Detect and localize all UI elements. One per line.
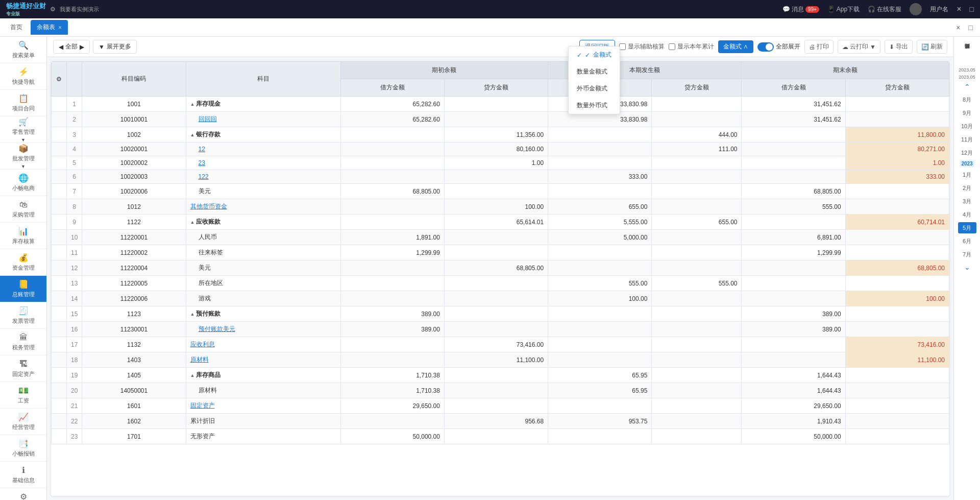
table-row[interactable]: 151123▲ 预付账款389.00389.00	[52, 306, 949, 322]
online-service-btn[interactable]: 🎧 在线客服	[868, 5, 901, 14]
period-month-5[interactable]: 5月	[958, 222, 976, 233]
notification-btn[interactable]: 💬 消息 99+	[782, 5, 819, 14]
export-btn[interactable]: ⬇ 导出	[885, 40, 913, 54]
sidebar-item-retail[interactable]: 🛒 零售管理 ▼	[0, 116, 46, 143]
period-month-3[interactable]: 3月	[958, 196, 976, 207]
period-month-1[interactable]: 1月	[958, 169, 976, 180]
table-row[interactable]: 221602累计折旧956.68953.751,910.43	[52, 414, 949, 429]
table-row[interactable]: 231701无形资产50,000.0050,000.00	[52, 429, 949, 444]
dropdown-item-foreign-amount[interactable]: 外币金额式	[569, 80, 620, 97]
table-row[interactable]: 171132应收利息73,416.0073,416.00	[52, 337, 949, 352]
sidebar-item-ecommerce[interactable]: 🌐 小畅电商	[0, 170, 46, 196]
period-month-4[interactable]: 4月	[958, 209, 976, 220]
period-month-2[interactable]: 2月	[958, 182, 976, 194]
row-name-link[interactable]: 回回回	[199, 115, 217, 123]
table-row[interactable]: 610020003122333.00333.00	[52, 170, 949, 184]
row-name[interactable]: 12	[186, 142, 340, 156]
dropdown-item-quantity-foreign[interactable]: 数量外币式	[569, 97, 620, 114]
table-row[interactable]: 210010001回回回65,282.6033,830.9831,451.62	[52, 112, 949, 127]
sidebar-item-fixed-assets[interactable]: 🏗 固定资产	[0, 355, 46, 382]
sidebar-item-purchase[interactable]: 🛍 采购管理	[0, 196, 46, 223]
table-row[interactable]: 1611230001预付账款美元389.00389.00	[52, 322, 949, 337]
table-row[interactable]: 211601固定资产29,650.0029,650.00	[52, 398, 949, 414]
sidebar-item-invoice[interactable]: 🧾 发票管理	[0, 302, 46, 329]
style-dropdown-btn[interactable]: 金额式 ∧	[718, 40, 753, 53]
sidebar-item-accounting[interactable]: 📒 总账管理	[0, 276, 46, 302]
ytd-check[interactable]	[669, 43, 675, 50]
tab-balance-sheet[interactable]: 余额表 ×	[31, 20, 68, 35]
row-name-link[interactable]: 预付账款美元	[199, 325, 235, 332]
sidebar-item-system[interactable]: ⚙ 系统管理	[0, 488, 46, 500]
row-name-link[interactable]: 122	[199, 173, 209, 180]
row-name-link[interactable]: 23	[199, 159, 205, 166]
col-settings-header[interactable]: ⚙	[52, 62, 67, 97]
row-name-link[interactable]: 12	[199, 146, 205, 153]
app-download-btn[interactable]: 📱 App下载	[827, 5, 860, 14]
dropdown-item-amount[interactable]: ✓ 金额式	[569, 46, 620, 63]
row-name-link[interactable]: 应收利息	[190, 341, 215, 348]
row-name[interactable]: 预付账款美元	[186, 322, 340, 337]
show-auxiliary-checkbox[interactable]: 显示辅助核算	[619, 42, 665, 51]
period-month-8[interactable]: 8月	[958, 94, 976, 105]
period-month-10[interactable]: 10月	[958, 121, 976, 132]
sidebar-item-tax[interactable]: 🏛 税务管理	[0, 329, 46, 355]
toggle-switch[interactable]	[757, 42, 774, 52]
sidebar-item-quick-nav[interactable]: ⚡ 快捷导航	[0, 63, 46, 90]
window-maximize-btn[interactable]: □	[970, 5, 974, 13]
user-avatar[interactable]	[910, 3, 922, 15]
dropdown-item-quantity-amount[interactable]: 数量金额式	[569, 63, 620, 80]
table-row[interactable]: 4100200011280,160.00111.0080,271.00	[52, 142, 949, 156]
period-month-6[interactable]: 6月	[958, 235, 976, 247]
sidebar-item-search[interactable]: 🔍 搜索菜单	[0, 37, 46, 63]
table-row[interactable]: 1111220002往来标签1,299.991,299.99	[52, 245, 949, 260]
sidebar-item-payroll[interactable]: 💵 工资	[0, 382, 46, 409]
period-month-12[interactable]: 12月	[958, 147, 976, 158]
table-row[interactable]: 191405▲ 库存商品1,710.3865.951,644.43	[52, 368, 949, 383]
table-row[interactable]: 1411220006游戏100.00100.00	[52, 291, 949, 306]
table-row[interactable]: 91122▲ 应收账款65,614.015,555.00655.0060,714…	[52, 215, 949, 230]
refresh-btn[interactable]: 🔄 刷新	[917, 40, 947, 54]
tab-restore-btn[interactable]: □	[966, 22, 976, 33]
row-name[interactable]: 原材料	[186, 352, 340, 368]
table-row[interactable]: 1011220001人民币1,891.005,000.006,891.00	[52, 230, 949, 245]
period-month-7[interactable]: 7月	[958, 249, 976, 260]
sidebar-item-wholesale[interactable]: 📦 批发管理 ▼	[0, 143, 46, 170]
tab-close-all-btn[interactable]: ×	[953, 22, 963, 33]
table-row[interactable]: 510020002231.001.00	[52, 156, 949, 170]
table-row[interactable]: 31002▲ 银行存款11,356.00444.0011,800.00	[52, 127, 949, 142]
period-month-9[interactable]: 9月	[958, 107, 976, 118]
sidebar-item-inventory[interactable]: 📊 库存核算	[0, 223, 46, 249]
table-row[interactable]: 1311220005所在地区555.00555.00	[52, 276, 949, 291]
row-name[interactable]: 其他货币资金	[186, 199, 340, 215]
demo-link[interactable]: 我要看实例演示	[60, 6, 99, 13]
row-name-link[interactable]: 固定资产	[190, 402, 215, 409]
print-btn[interactable]: 🖨 打印	[804, 40, 834, 54]
row-name-link[interactable]: 其他货币资金	[190, 203, 227, 210]
row-name[interactable]: 23	[186, 156, 340, 170]
sidebar-item-project[interactable]: 📋 项目合同	[0, 90, 46, 116]
expand-all-toggle[interactable]: 全部展开	[757, 42, 800, 52]
period-scroll-down[interactable]: ⌄	[963, 262, 971, 272]
show-ytd-checkbox[interactable]: 显示本年累计	[669, 42, 714, 51]
table-row[interactable]: 710020006美元68,805.0068,805.00	[52, 184, 949, 199]
row-name[interactable]: 回回回	[186, 112, 340, 127]
sidebar-item-capital[interactable]: 💰 资金管理	[0, 249, 46, 276]
row-name[interactable]: 122	[186, 170, 340, 184]
period-month-11[interactable]: 11月	[958, 134, 976, 145]
row-name[interactable]: 应收利息	[186, 337, 340, 352]
period-scroll-up[interactable]: ⌃	[963, 82, 971, 92]
settings-icon[interactable]: ⚙	[50, 6, 56, 13]
tab-home[interactable]: 首页	[4, 20, 29, 35]
row-name[interactable]: 固定资产	[186, 398, 340, 414]
sidebar-item-basic-info[interactable]: ℹ 基础信息	[0, 462, 46, 488]
window-close-btn[interactable]: ×	[957, 5, 961, 14]
table-row[interactable]: 11001▲ 库存现金65,282.6033,830.9831,451.62	[52, 97, 949, 112]
table-row[interactable]: 81012其他货币资金100.00655.00555.00	[52, 199, 949, 215]
table-row[interactable]: 1211220004美元68,805.0068,805.00	[52, 260, 949, 276]
sidebar-item-operations[interactable]: 📈 经营管理	[0, 409, 46, 435]
cloud-print-btn[interactable]: ☁ 云打印 ▼	[838, 40, 880, 54]
tab-close-icon[interactable]: ×	[58, 24, 62, 31]
expand-btn[interactable]: ▼ 展开更多	[93, 40, 137, 54]
username[interactable]: 用户名	[930, 5, 948, 14]
row-name-link[interactable]: 原材料	[190, 356, 209, 363]
